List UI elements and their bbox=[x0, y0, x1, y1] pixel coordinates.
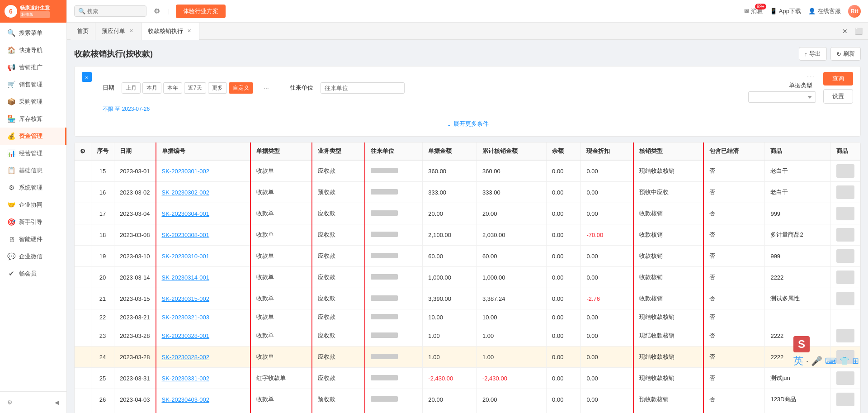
td-goods2 bbox=[831, 203, 860, 224]
th-settings[interactable]: ⚙ bbox=[75, 142, 91, 160]
th-partner[interactable]: 往来单位 bbox=[365, 142, 423, 160]
voucher-no-link[interactable]: SK-20230321-003 bbox=[162, 314, 210, 321]
td-settings bbox=[75, 347, 91, 368]
th-goods[interactable]: 商品 bbox=[765, 142, 831, 160]
tab-prepay[interactable]: 预应付单 ✕ bbox=[95, 23, 142, 40]
sidebar-item-finance[interactable]: 💰 资金管理 bbox=[0, 128, 66, 145]
tab-home[interactable]: 首页 bbox=[71, 23, 95, 40]
voucher-no-link[interactable]: SK-20230310-001 bbox=[162, 253, 210, 260]
th-balance[interactable]: 余额 bbox=[547, 142, 581, 160]
td-voucher-no[interactable]: SK-20230315-002 bbox=[156, 288, 251, 309]
solution-button[interactable]: 体验行业方案 bbox=[176, 5, 226, 18]
date-7days[interactable]: 近7天 bbox=[184, 82, 206, 94]
td-voucher-type: 收款单 bbox=[250, 389, 312, 410]
th-date[interactable]: 日期 bbox=[114, 142, 156, 160]
date-this-month[interactable]: 本月 bbox=[142, 82, 161, 94]
td-voucher-no[interactable]: SK-20230314-001 bbox=[156, 267, 251, 288]
td-voucher-no[interactable]: SK-20230302-002 bbox=[156, 182, 251, 203]
date-last-month[interactable]: 上月 bbox=[122, 82, 141, 94]
filter-expand-btn[interactable]: ⌄ 展开更多条件 bbox=[82, 117, 853, 131]
tab-receipt-close[interactable]: ✕ bbox=[186, 28, 193, 34]
th-write-off-type[interactable]: 核销类型 bbox=[633, 142, 704, 160]
sidebar-item-member[interactable]: ✔ 畅会员 bbox=[0, 265, 66, 282]
user-avatar[interactable]: Rit bbox=[848, 5, 861, 18]
date-buttons: 上月 本月 本年 近7天 更多 自定义 bbox=[122, 82, 253, 94]
voucher-no-link[interactable]: SK-20230315-002 bbox=[162, 295, 210, 302]
voucher-no-link[interactable]: SK-20230403-002 bbox=[162, 396, 210, 403]
setting-button[interactable]: 设置 bbox=[823, 89, 853, 104]
td-partner bbox=[365, 182, 423, 203]
sidebar-item-hardware[interactable]: 🖥 智能硬件 bbox=[0, 231, 66, 248]
td-settings bbox=[75, 368, 91, 389]
voucher-no-link[interactable]: SK-20230301-002 bbox=[162, 168, 210, 175]
td-include-settled: 否 bbox=[703, 410, 764, 413]
td-voucher-no[interactable]: SK-20230321-003 bbox=[156, 309, 251, 325]
sidebar-item-purchase[interactable]: 📦 采购管理 bbox=[0, 93, 66, 110]
voucher-no-link[interactable]: SK-20230302-002 bbox=[162, 189, 210, 196]
voucher-no-link[interactable]: SK-20230314-001 bbox=[162, 274, 210, 281]
sidebar-bottom: ⚙ ◀ bbox=[0, 391, 66, 413]
sidebar-item-search[interactable]: 🔍 搜索菜单 bbox=[0, 24, 66, 42]
topbar-app-download[interactable]: 📱 App下载 bbox=[770, 7, 801, 15]
sidebar-item-basic[interactable]: 📋 基础信息 bbox=[0, 162, 66, 179]
th-amount[interactable]: 单据金额 bbox=[423, 142, 477, 160]
tab-receipt[interactable]: 收款核销执行 ✕ bbox=[142, 23, 199, 40]
sidebar-item-sales[interactable]: 🛒 销售管理 bbox=[0, 76, 66, 93]
partner-filter-input[interactable] bbox=[321, 82, 405, 94]
voucher-no-link[interactable]: SK-20230328-001 bbox=[162, 332, 210, 339]
td-voucher-no[interactable]: SK-20230408-001 bbox=[156, 410, 251, 413]
th-voucher-no[interactable]: 单据编号 bbox=[156, 142, 251, 160]
td-voucher-no[interactable]: SK-20230310-001 bbox=[156, 246, 251, 267]
export-button[interactable]: ↑ 导出 bbox=[799, 47, 827, 61]
td-voucher-no[interactable]: SK-20230328-001 bbox=[156, 325, 251, 347]
sidebar-item-nav[interactable]: 🏠 快捷导航 bbox=[0, 42, 66, 59]
voucher-no-link[interactable]: SK-20230304-001 bbox=[162, 210, 210, 217]
td-voucher-no[interactable]: SK-20230403-002 bbox=[156, 389, 251, 410]
query-button[interactable]: 查询 bbox=[823, 72, 853, 85]
topbar-gear-icon[interactable]: ⚙ bbox=[154, 7, 160, 15]
date-this-year[interactable]: 本年 bbox=[163, 82, 182, 94]
th-include-settled[interactable]: 包含已结清 bbox=[703, 142, 764, 160]
topbar-search-box[interactable]: 🔍 bbox=[74, 5, 146, 17]
sidebar-item-wechat[interactable]: 💬 企业微信 bbox=[0, 248, 66, 265]
sidebar-item-system[interactable]: ⚙ 系统管理 bbox=[0, 179, 66, 196]
voucher-type-select[interactable] bbox=[748, 91, 816, 103]
td-voucher-no[interactable]: SK-20230301-002 bbox=[156, 160, 251, 182]
sidebar-bottom-settings[interactable]: ⚙ ◀ bbox=[0, 395, 66, 409]
voucher-no-link[interactable]: SK-20230328-002 bbox=[162, 354, 210, 361]
td-goods bbox=[765, 309, 831, 325]
sidebar-item-operation[interactable]: 📊 经营管理 bbox=[0, 145, 66, 162]
voucher-no-link[interactable]: SK-20230308-001 bbox=[162, 232, 210, 238]
tabs-close-all-icon[interactable]: ✕ bbox=[840, 26, 849, 37]
tabs-maximize-icon[interactable]: ⬜ bbox=[853, 26, 864, 37]
th-goods2[interactable]: 商品 bbox=[831, 142, 860, 160]
sidebar-item-enterprise[interactable]: 🤝 企业协同 bbox=[0, 196, 66, 214]
topbar-message[interactable]: ✉ 消息 99+ bbox=[744, 7, 763, 15]
th-voucher-type[interactable]: 单据类型 bbox=[250, 142, 312, 160]
tab-prepay-close[interactable]: ✕ bbox=[128, 28, 135, 34]
topbar-service[interactable]: 👤 在线客服 bbox=[808, 7, 841, 15]
topbar-search-input[interactable] bbox=[87, 8, 142, 14]
td-date: 2023-03-04 bbox=[114, 203, 156, 224]
sidebar-item-guide[interactable]: 🎯 新手引导 bbox=[0, 214, 66, 231]
refresh-button[interactable]: ↻ 刷新 bbox=[830, 47, 861, 61]
td-voucher-no[interactable]: SK-20230304-001 bbox=[156, 203, 251, 224]
voucher-no-link[interactable]: SK-20230331-002 bbox=[162, 375, 210, 382]
date-more[interactable]: 更多 bbox=[208, 82, 227, 94]
collapse-icon[interactable]: ◀ bbox=[55, 399, 59, 406]
sidebar-item-marketing[interactable]: 📢 营销推广 bbox=[0, 59, 66, 76]
sidebar-item-inventory[interactable]: 🏪 库存核算 bbox=[0, 110, 66, 128]
td-include-settled: 否 bbox=[703, 246, 764, 267]
filter-toggle-btn[interactable]: » bbox=[82, 72, 92, 82]
wechat-icon: 💬 bbox=[7, 252, 15, 261]
th-cash-discount[interactable]: 现金折扣 bbox=[581, 142, 633, 160]
td-voucher-no[interactable]: SK-20230308-001 bbox=[156, 224, 251, 246]
td-no: 26 bbox=[91, 389, 114, 410]
td-voucher-no[interactable]: SK-20230328-002 bbox=[156, 347, 251, 368]
date-custom[interactable]: 自定义 bbox=[229, 82, 253, 94]
watermark: S 英 · 🎤 ⌨ 👕 ⊞ bbox=[793, 336, 859, 368]
td-write-off-type: 收款核销 bbox=[633, 267, 704, 288]
th-biz-type[interactable]: 业务类型 bbox=[312, 142, 365, 160]
th-total-write-off[interactable]: 累计核销金额 bbox=[476, 142, 546, 160]
td-voucher-no[interactable]: SK-20230331-002 bbox=[156, 368, 251, 389]
